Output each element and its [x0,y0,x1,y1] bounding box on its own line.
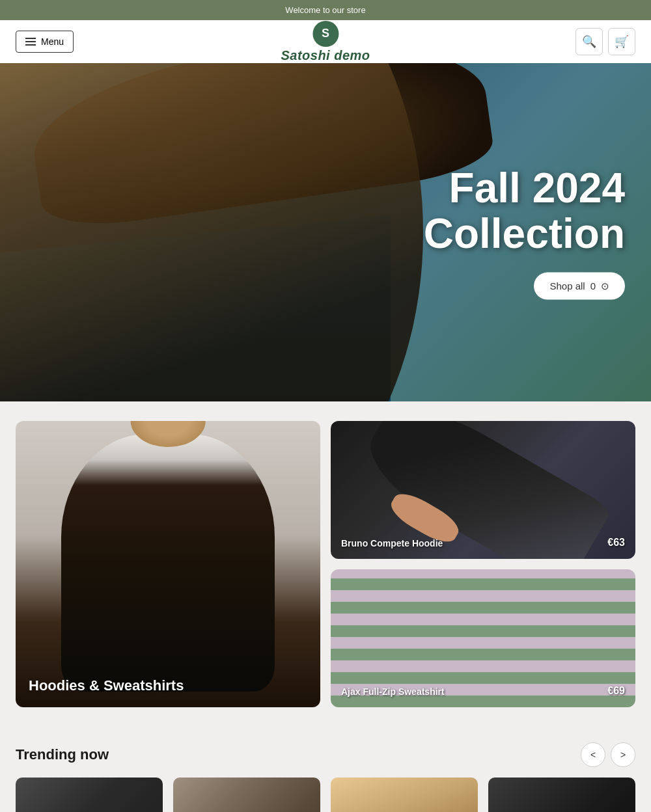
carousel-controls: < > [581,742,635,767]
header: Menu S Satoshi demo 🔍 🛒 [0,20,651,63]
trending-card-3[interactable] [331,778,478,812]
shop-all-label: Shop all [549,280,585,291]
hoodie-figure [61,434,275,692]
logo-circle: S [312,21,339,47]
menu-button[interactable]: Menu [16,31,74,53]
product-grid-section: Hoodies & Sweatshirts Bruno Compete Hood… [0,401,651,727]
ajax-sweatshirt-price: €69 [607,685,625,697]
store-logo[interactable]: S Satoshi demo [281,21,370,63]
hoodie-head [131,421,206,447]
trending-card-4-image [488,778,635,812]
hero-title-line1: Fall 2024 [449,165,625,211]
trending-card-4[interactable] [488,778,635,812]
carousel-prev-button[interactable]: < [581,742,605,767]
trending-card-1[interactable] [16,778,163,812]
menu-label: Menu [41,36,64,47]
trending-cards [16,778,635,812]
bruno-hoodie-name: Bruno Compete Hoodie [341,538,443,548]
ajax-sweatshirt-name: Ajax Full-Zip Sweatshirt [341,686,445,697]
product-card-bruno[interactable]: Bruno Compete Hoodie €63 [331,421,635,559]
chevron-left-icon: < [590,750,596,760]
arrow-circle-icon: ⊙ [601,280,609,291]
product-cards-right: Bruno Compete Hoodie €63 Ajax Full-Zip S… [331,421,635,707]
hamburger-icon [25,38,36,46]
cart-icon: 🛒 [615,34,629,49]
hero-title: Fall 2024 Collection [424,165,625,257]
trending-card-3-image [331,778,478,812]
category-card-large[interactable]: Hoodies & Sweatshirts [16,421,320,707]
trending-card-1-image [16,778,163,812]
product-card-ajax[interactable]: Ajax Full-Zip Sweatshirt €69 [331,569,635,707]
hero-content: Fall 2024 Collection Shop all 0 ⊙ [424,165,625,300]
shop-all-button[interactable]: Shop all 0 ⊙ [534,272,625,299]
search-button[interactable]: 🔍 [575,28,603,55]
hero-section: Fall 2024 Collection Shop all 0 ⊙ [0,63,651,401]
trending-card-2-image [173,778,320,812]
hero-person-overlay [0,63,423,401]
trending-title: Trending now [16,746,109,763]
announcement-bar: Welcome to our store [0,0,651,20]
product-grid: Hoodies & Sweatshirts Bruno Compete Hood… [16,421,635,707]
chevron-right-icon: > [620,750,626,760]
header-actions: 🔍 🛒 [575,28,635,55]
trending-header: Trending now < > [16,742,635,767]
trending-section: Trending now < > [0,727,651,812]
category-large-label: Hoodies & Sweatshirts [29,677,184,694]
hoodie-category-bg [16,421,320,707]
hero-title-line2: Collection [424,210,625,257]
shop-all-count: 0 [590,280,596,291]
cart-button[interactable]: 🛒 [608,28,635,55]
store-name: Satoshi demo [281,48,370,63]
trending-card-2[interactable] [173,778,320,812]
announcement-text: Welcome to our store [285,5,365,15]
bruno-hoodie-price: €63 [607,537,625,548]
logo-letter: S [322,27,329,40]
carousel-next-button[interactable]: > [611,742,635,767]
search-icon: 🔍 [582,34,596,49]
